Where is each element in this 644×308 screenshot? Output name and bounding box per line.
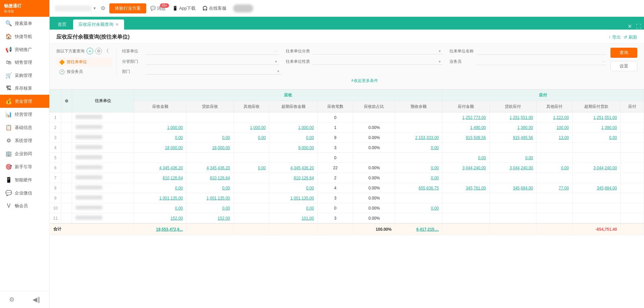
filter-add-btn[interactable]: +	[87, 48, 93, 54]
tab-ar-ap[interactable]: 应收应付余额查询 ✕	[73, 19, 124, 30]
online-service-btn[interactable]: 🎧 在线客服	[202, 5, 226, 11]
cell-ap_loan[interactable]: 1,390.00	[489, 123, 537, 133]
cell-ar_amount[interactable]: 0.00	[134, 203, 186, 213]
filter-nav-collapse-icon[interactable]: 《	[104, 48, 109, 54]
cell-ap_overdue[interactable]: 3,044,240.00	[572, 163, 621, 173]
sidebar-item-system[interactable]: ⚙ 系统管理	[0, 134, 49, 147]
cell-ar_loan[interactable]: 4,345,436.20	[186, 163, 234, 173]
cell-ar_count[interactable]: 0	[317, 153, 353, 163]
sidebar-item-smart-hw[interactable]: 📱 智能硬件	[0, 173, 49, 186]
sidebar-item-inventory[interactable]: 🏗 库存核算	[0, 82, 49, 95]
cell-ar_prepay[interactable]: 0.00	[395, 173, 442, 183]
cell-ar_overdue[interactable]: 9,000.00	[269, 143, 318, 153]
cell-ar_count[interactable]: 0	[317, 113, 353, 123]
dept2-select[interactable]: ▼	[146, 69, 281, 75]
cell-ar_count[interactable]: 9	[317, 133, 353, 143]
cell-ap_loan[interactable]: 345,684.00	[489, 183, 537, 193]
cell-ar_amount[interactable]: 0.00	[134, 183, 186, 193]
cell-ar_prepay[interactable]: 2,153,333.00	[395, 133, 442, 143]
cell-ar_prepay[interactable]: 0.00	[395, 203, 442, 213]
cell-ar_count[interactable]: 1	[317, 123, 353, 133]
cell-ar_overdue[interactable]: 810,126.64	[269, 173, 318, 183]
footer-ar-prepay[interactable]: 6,417,215....	[395, 223, 442, 235]
cell-ar_other[interactable]: 0.00	[233, 163, 269, 173]
sidebar-item-search-menu[interactable]: 🔍 搜索菜单	[0, 17, 49, 30]
salesman-dots[interactable]: ···	[602, 59, 605, 64]
cell-ar_amount[interactable]: 18,000.00	[134, 143, 186, 153]
partner-type-select[interactable]: ▼	[313, 48, 443, 54]
sidebar-item-basic-info[interactable]: 📋 基础信息	[0, 121, 49, 134]
cell-ar_loan[interactable]: 0.00	[186, 183, 234, 193]
tab-close-icon[interactable]: ✕	[115, 22, 119, 27]
cell-ap_loan[interactable]: 915,495.56	[489, 133, 537, 143]
tab-home[interactable]: 首页	[52, 19, 72, 30]
cell-ar_other[interactable]: 1,000.00	[233, 123, 269, 133]
cell-ar_loan[interactable]: 810,126.64	[186, 173, 234, 183]
sidebar-item-quick-nav[interactable]: 🏠 快捷导航	[0, 30, 49, 43]
user-avatar[interactable]	[233, 4, 253, 12]
cell-ap_amount[interactable]: 1,252,773.00	[442, 113, 490, 123]
cell-ar_count[interactable]: 4	[317, 183, 353, 193]
sidebar-item-marketing[interactable]: 📢 营销推广	[0, 43, 49, 56]
cell-ar_count[interactable]: 3	[317, 143, 353, 153]
cell-ap_loan[interactable]: 3,044,240.00	[489, 163, 537, 173]
cell-ar_loan[interactable]: 0.00	[186, 133, 234, 143]
cell-ap_amount[interactable]: 3,044,240.00	[442, 163, 490, 173]
refresh-btn[interactable]: ↺ 刷新	[624, 34, 637, 40]
cell-ar_other[interactable]: 0.00	[233, 133, 269, 143]
sidebar-item-member[interactable]: V 畅会员	[0, 200, 49, 212]
cell-ar_prepay[interactable]: 0.00	[395, 143, 442, 153]
cell-ar_ratio[interactable]: 0.00%	[353, 173, 395, 183]
cell-ar_count[interactable]: 3	[317, 193, 353, 203]
cell-ar_overdue[interactable]: 1,001,135.00	[269, 193, 318, 203]
filter-settings-icon[interactable]: ⚙	[95, 48, 102, 54]
cell-ar_ratio[interactable]: 0.00%	[353, 143, 395, 153]
cell-ar_overdue[interactable]: 0.00	[269, 203, 318, 213]
cell-ar_amount[interactable]: 4,345,436.20	[134, 163, 186, 173]
cell-ar_overdue[interactable]: 0.00	[269, 183, 318, 193]
cell-ap_overdue[interactable]: 1,390.00	[572, 123, 621, 133]
cell-ar_amount[interactable]: 152.00	[134, 213, 186, 224]
cell-ar_ratio[interactable]: 0.00%	[353, 163, 395, 173]
sidebar-collapse-btn[interactable]: ◀‖	[29, 294, 44, 305]
sidebar-item-purchase[interactable]: 🛒 采购管理	[0, 69, 49, 82]
sidebar-item-wechat[interactable]: 💬 企业微信	[0, 186, 49, 200]
cell-ap_amount[interactable]: 345,761.00	[442, 183, 490, 193]
cell-ar_prepay[interactable]: 0.00	[395, 163, 442, 173]
jiesuan-dots[interactable]: ···	[274, 49, 278, 53]
filter-by-salesman[interactable]: 🕐 按业务员	[56, 68, 112, 76]
cell-ar_count[interactable]: 3	[317, 213, 353, 224]
sidebar-item-capital[interactable]: 💰 资金管理	[0, 95, 49, 108]
cell-ap_overdue[interactable]: 1,251,551.00	[572, 113, 621, 123]
th-settings[interactable]: ⚙	[61, 90, 72, 113]
cell-ar_overdue[interactable]: 1,000.00	[269, 123, 318, 133]
cell-ar_ratio[interactable]: 0.00%	[353, 133, 395, 143]
cell-ar_loan[interactable]: 0.00	[186, 203, 234, 213]
export-btn[interactable]: ↑ 导出	[609, 34, 621, 40]
cell-ar_amount[interactable]: 1,001,135.00	[134, 193, 186, 203]
cell-ap_overdue[interactable]: 0.00	[572, 133, 621, 143]
cell-ar_ratio[interactable]: 0.00%	[353, 213, 395, 224]
header-gear-icon[interactable]: ⚙	[101, 5, 105, 11]
cell-ap_amount[interactable]: 915,508.56	[442, 133, 490, 143]
cell-ar_overdue[interactable]: 0.00	[269, 133, 318, 143]
collapse-more-btn[interactable]: ∧ 收起更多条件	[122, 77, 606, 85]
sidebar-item-management[interactable]: 📊 经营管理	[0, 108, 49, 121]
footer-ar-amount[interactable]: 19,553,472,6...	[134, 223, 186, 235]
cell-ar_count[interactable]: 2	[317, 173, 353, 183]
cell-ap_other[interactable]: 100.00	[537, 123, 573, 133]
cell-ar_count[interactable]: 0	[317, 203, 353, 213]
cell-ar_loan[interactable]: 18,000.00	[186, 143, 234, 153]
query-btn[interactable]: 查询	[610, 48, 637, 58]
cell-ap_other[interactable]: 0.00	[537, 163, 573, 173]
cell-ap_amount[interactable]: 0.00	[442, 153, 490, 163]
industry-btn[interactable]: 体验行业方案	[109, 3, 146, 13]
cell-ap_loan[interactable]: 1,251,551.00	[489, 113, 537, 123]
cell-ar_prepay[interactable]: 655,636.75	[395, 183, 442, 193]
cell-ap_other[interactable]: 1,222.00	[537, 113, 573, 123]
cell-ap_loan[interactable]: 0.00	[489, 153, 537, 163]
sidebar-item-enterprise[interactable]: 🏢 企业协同	[0, 147, 49, 160]
cell-ar_amount[interactable]: 0.00	[134, 133, 186, 143]
cell-ar_count[interactable]: 22	[317, 163, 353, 173]
tab-close-all-icon[interactable]: ✕	[628, 23, 632, 30]
